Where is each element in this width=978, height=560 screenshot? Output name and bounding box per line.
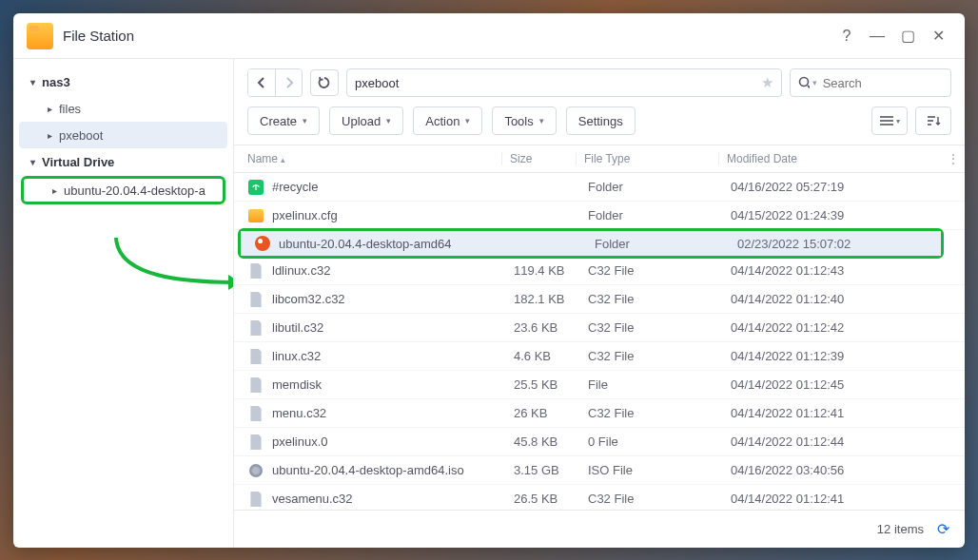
file-icon [247,348,264,365]
nav-back-button[interactable] [248,69,275,96]
file-date: 04/14/2022 01:12:42 [723,320,965,335]
col-header-date[interactable]: Modified Date [719,152,942,165]
search-box[interactable]: ▾ [790,68,951,97]
tree-label: files [59,102,81,116]
file-row[interactable]: ubuntu-20.04.4-desktop-amd64Folder02/23/… [241,231,941,256]
col-menu-icon[interactable]: ⋮ [942,152,965,165]
recycle-icon [247,179,264,196]
file-name: pxelinux.0 [272,434,506,449]
file-size: 23.6 KB [506,320,580,335]
nav-forward-button[interactable] [275,69,302,96]
file-icon [247,262,264,280]
tree-item-files[interactable]: ▸ files [19,95,227,122]
file-row[interactable]: ldlinux.c32119.4 KBC32 File04/14/2022 01… [234,257,965,285]
reload-button[interactable] [310,69,339,96]
file-name: ubuntu-20.04.4-desktop-amd64.iso [272,463,506,477]
file-type: Folder [580,208,723,222]
file-icon [247,291,264,308]
col-header-type[interactable]: File Type [577,152,719,165]
file-name: libcom32.c32 [272,292,506,306]
close-button[interactable]: ✕ [925,23,951,49]
file-row[interactable]: pxelinux.cfgFolder04/15/2022 01:24:39 [234,202,965,230]
file-date: 04/14/2022 01:12:39 [723,349,965,363]
favorite-star-icon[interactable]: ★ [761,74,773,91]
tree-item-pxeboot[interactable]: ▸ pxeboot [19,122,227,148]
file-date: 04/14/2022 01:12:44 [723,434,965,449]
file-row[interactable]: pxelinux.045.8 KB0 File04/14/2022 01:12:… [234,428,965,456]
tree-label: Virtual Drive [42,155,114,169]
file-type: File [580,377,723,392]
search-input[interactable] [823,76,943,90]
file-size: 26 KB [506,406,580,420]
refresh-button[interactable]: ⟳ [937,520,949,538]
file-size: 26.5 KB [506,492,580,506]
path-input[interactable]: pxeboot ★ [346,68,782,97]
view-list-button[interactable]: ▾ [871,106,908,135]
content: ▾ nas3 ▸ files ▸ pxeboot ▾ Virtual Drive… [13,59,965,548]
annotation-box: ubuntu-20.04.4-desktop-amd64Folder02/23/… [238,228,944,259]
file-row[interactable]: #recycleFolder04/16/2022 05:27:19 [234,173,965,202]
action-button[interactable]: Action▾ [413,106,482,135]
file-name: #recycle [272,180,506,194]
footer: 12 items ⟳ [234,510,965,548]
svg-point-0 [800,78,809,87]
sort-button[interactable] [915,106,951,135]
file-name: linux.c32 [272,349,506,363]
file-type: Folder [587,237,730,251]
file-row[interactable]: linux.c324.6 KBC32 File04/14/2022 01:12:… [234,342,965,371]
caret-right-icon: ▸ [52,185,64,196]
nav-group [247,68,303,97]
action-bar: Create▾ Upload▾ Action▾ Tools▾ Settings … [234,106,965,145]
file-type: ISO File [580,463,723,477]
minimize-button[interactable]: — [864,23,890,49]
file-type: C32 File [580,406,723,420]
tools-button[interactable]: Tools▾ [492,106,556,135]
file-type: 0 File [580,434,723,449]
file-icon [247,434,264,451]
annotation-box: ▸ ubuntu-20.04.4-desktop-a [21,176,225,204]
file-date: 04/14/2022 01:12:41 [723,406,965,420]
file-icon [247,377,264,394]
file-size: 25.5 KB [506,377,580,392]
list-header: Name ▴ Size File Type Modified Date ⋮ [234,145,965,173]
upload-button[interactable]: Upload▾ [329,106,403,135]
tree-root-nas3[interactable]: ▾ nas3 [19,68,227,95]
file-size: 119.4 KB [506,263,580,278]
app-title: File Station [63,28,134,44]
file-name: pxelinux.cfg [272,208,506,222]
file-row[interactable]: libcom32.c32182.1 KBC32 File04/14/2022 0… [234,285,965,314]
annotation-arrow-icon [99,230,234,306]
tree-label: ubuntu-20.04.4-desktop-a [64,183,205,198]
file-date: 04/15/2022 01:24:39 [723,208,965,222]
file-station-window: File Station ? — ▢ ✕ ▾ nas3 ▸ files ▸ px… [13,13,965,548]
caret-right-icon: ▸ [48,104,59,114]
file-name: menu.c32 [272,406,506,420]
tree-item-ubuntu-iso[interactable]: ▸ ubuntu-20.04.4-desktop-a [24,179,223,202]
file-name: ldlinux.c32 [272,263,506,278]
file-type: C32 File [580,320,723,335]
file-size: 3.15 GB [506,463,580,477]
topbar: pxeboot ★ ▾ [234,59,965,106]
file-date: 04/16/2022 05:27:19 [723,180,965,194]
settings-button[interactable]: Settings [566,106,636,135]
file-row[interactable]: menu.c3226 KBC32 File04/14/2022 01:12:41 [234,399,965,428]
col-header-size[interactable]: Size [502,152,577,165]
tree-label: nas3 [42,75,70,89]
create-button[interactable]: Create▾ [247,106,320,135]
file-row[interactable]: vesamenu.c3226.5 KBC32 File04/14/2022 01… [234,485,965,510]
file-date: 04/14/2022 01:12:40 [723,292,965,306]
file-row[interactable]: memdisk25.5 KBFile04/14/2022 01:12:45 [234,371,965,399]
tree-root-virtual-drive[interactable]: ▾ Virtual Drive [19,148,227,175]
file-size: 45.8 KB [506,434,580,449]
main-panel: pxeboot ★ ▾ Create▾ Upload▾ Action▾ Tool… [234,59,965,548]
help-button[interactable]: ? [833,23,860,49]
cfg-icon [247,207,264,224]
file-date: 04/14/2022 01:12:41 [723,492,965,506]
file-row[interactable]: libutil.c3223.6 KBC32 File04/14/2022 01:… [234,314,965,342]
file-name: vesamenu.c32 [272,492,506,506]
maximize-button[interactable]: ▢ [894,23,921,49]
file-size: 4.6 KB [506,349,580,363]
col-header-name[interactable]: Name ▴ [234,152,502,165]
file-row[interactable]: ubuntu-20.04.4-desktop-amd64.iso3.15 GBI… [234,456,965,485]
caret-down-icon: ▾ [812,78,817,87]
